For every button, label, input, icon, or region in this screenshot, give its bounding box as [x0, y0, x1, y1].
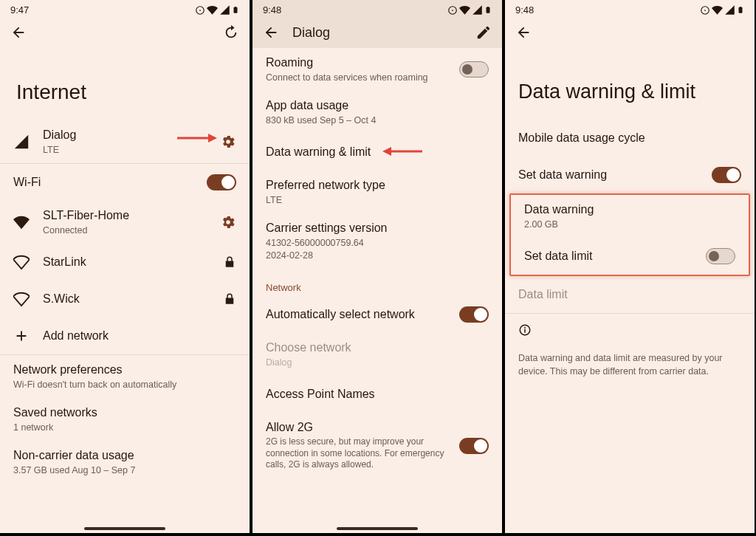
wifi-starlink: StarLink	[43, 255, 210, 270]
svg-rect-2	[234, 7, 238, 13]
svg-point-6	[452, 10, 453, 11]
add-network-row[interactable]: Add network	[0, 317, 250, 354]
footnote: Data warning and data limit are measured…	[505, 346, 755, 384]
info-icon-row	[505, 314, 755, 346]
autonet-title: Automatically select network	[266, 307, 446, 323]
app-bar	[505, 17, 755, 48]
svg-point-16	[524, 327, 526, 329]
carrier-name: Dialog	[43, 128, 207, 143]
status-bar: 9:48	[252, 0, 502, 17]
back-icon[interactable]	[10, 24, 27, 41]
wifi-swick: S.Wick	[43, 292, 210, 307]
auto-select-network-row[interactable]: Automatically select network	[252, 296, 502, 333]
set-warning-toggle[interactable]	[712, 167, 741, 183]
section-network: Network	[252, 269, 502, 296]
gesture-bar	[337, 527, 418, 530]
wifi-home-name: SLT-Fiber-Home	[43, 208, 207, 224]
carrier-sub: LTE	[43, 144, 207, 156]
signal-icon	[13, 134, 30, 150]
carrier-version-row[interactable]: Carrier settings version 41302-560000007…	[252, 213, 502, 269]
saved-sub: 1 network	[13, 422, 236, 433]
wifi-outline-icon	[13, 291, 30, 307]
gear-icon[interactable]	[220, 214, 236, 230]
clock: 9:47	[10, 4, 29, 16]
csv-sub1: 41302-56000000759.64	[266, 237, 489, 249]
autonet-toggle[interactable]	[459, 306, 489, 323]
wifi-toggle[interactable]	[207, 174, 236, 190]
network-prefs-row[interactable]: Network preferences Wi-Fi doesn't turn b…	[0, 355, 250, 398]
plus-icon	[13, 328, 30, 344]
screen-internet: 9:47 Internet Dialog LTE	[0, 0, 250, 533]
edit-icon[interactable]	[475, 24, 492, 41]
wifi-network-home[interactable]: SLT-Fiber-Home Connected	[0, 201, 250, 244]
page-title: Internet	[0, 48, 250, 120]
net-prefs-title: Network preferences	[13, 363, 236, 378]
setlimit-title: Set data limit	[524, 249, 693, 264]
back-icon[interactable]	[263, 24, 279, 41]
clock: 9:48	[515, 4, 534, 16]
data-warning-limit-row[interactable]: Data warning & limit	[252, 134, 502, 171]
wifi-network-starlink[interactable]: StarLink	[0, 244, 250, 281]
allow2g-toggle[interactable]	[459, 438, 489, 454]
noncarrier-title: Non-carrier data usage	[13, 448, 236, 464]
app-bar	[0, 17, 250, 48]
apn-title: Access Point Names	[266, 387, 489, 402]
page-title: Data warning & limit	[505, 48, 755, 120]
set-limit-toggle[interactable]	[706, 248, 735, 264]
screen-data-warning: 9:48 Data warning & limit Mobile data us…	[505, 0, 755, 533]
svg-rect-8	[487, 7, 489, 7]
csv-sub2: 2024-02-28	[266, 250, 489, 261]
add-network-label: Add network	[43, 329, 236, 344]
setwarn-title: Set data warning	[518, 168, 698, 183]
lock-icon	[223, 292, 236, 306]
cycle-title: Mobile data usage cycle	[518, 131, 741, 146]
wifi-outline-icon	[13, 254, 30, 270]
info-icon	[518, 323, 532, 337]
data-warning-row[interactable]: Data warning 2.00 GB	[511, 195, 749, 238]
status-icons	[447, 4, 492, 16]
datawarn-title: Data warning	[524, 202, 735, 218]
wifi-network-swick[interactable]: S.Wick	[0, 281, 250, 317]
wifi-label: Wi-Fi	[13, 175, 193, 190]
svg-point-1	[199, 10, 201, 11]
choose-network-row: Choose network Dialog	[252, 333, 502, 376]
roaming-toggle[interactable]	[459, 61, 489, 78]
choosenet-sub: Dialog	[266, 357, 489, 368]
carrier-row[interactable]: Dialog LTE	[0, 120, 250, 163]
svg-rect-12	[739, 7, 743, 13]
status-bar: 9:47	[0, 0, 250, 17]
appusage-sub: 830 kB used Sep 5 – Oct 4	[266, 114, 489, 126]
status-icons	[195, 4, 239, 16]
allow-2g-row[interactable]: Allow 2G 2G is less secure, but may impr…	[252, 413, 502, 478]
non-carrier-row[interactable]: Non-carrier data usage 3.57 GB used Aug …	[0, 441, 250, 484]
set-data-limit-row[interactable]: Set data limit	[511, 238, 749, 275]
saved-networks-row[interactable]: Saved networks 1 network	[0, 398, 250, 441]
reset-icon[interactable]	[223, 24, 239, 41]
roaming-title: Roaming	[266, 55, 446, 71]
pref-network-row[interactable]: Preferred network type LTE	[252, 171, 502, 213]
data-limit-row: Data limit	[505, 276, 755, 313]
svg-rect-7	[487, 7, 490, 13]
gear-icon[interactable]	[220, 134, 236, 150]
svg-rect-13	[740, 7, 741, 7]
page-title: Dialog	[292, 25, 330, 41]
svg-rect-3	[235, 7, 236, 7]
usage-cycle-row[interactable]: Mobile data usage cycle	[505, 120, 755, 157]
svg-point-11	[704, 10, 706, 11]
appusage-title: App data usage	[266, 98, 489, 114]
app-bar: Dialog	[252, 17, 502, 48]
prefnet-title: Preferred network type	[266, 178, 489, 193]
allow2g-title: Allow 2G	[266, 420, 446, 436]
highlight-box: Data warning 2.00 GB Set data limit	[509, 193, 750, 276]
saved-title: Saved networks	[13, 405, 236, 421]
roaming-row[interactable]: Roaming Connect to data services when ro…	[252, 48, 502, 91]
apn-row[interactable]: Access Point Names	[252, 376, 502, 413]
status-bar: 9:48	[505, 0, 755, 17]
wifi-row[interactable]: Wi-Fi	[0, 164, 250, 201]
csv-title: Carrier settings version	[266, 221, 489, 236]
set-data-warning-row[interactable]: Set data warning	[505, 157, 755, 193]
back-icon[interactable]	[515, 24, 532, 41]
wifi-full-icon	[13, 214, 30, 230]
prefnet-sub: LTE	[266, 194, 489, 206]
app-usage-row[interactable]: App data usage 830 kB used Sep 5 – Oct 4	[252, 91, 502, 134]
